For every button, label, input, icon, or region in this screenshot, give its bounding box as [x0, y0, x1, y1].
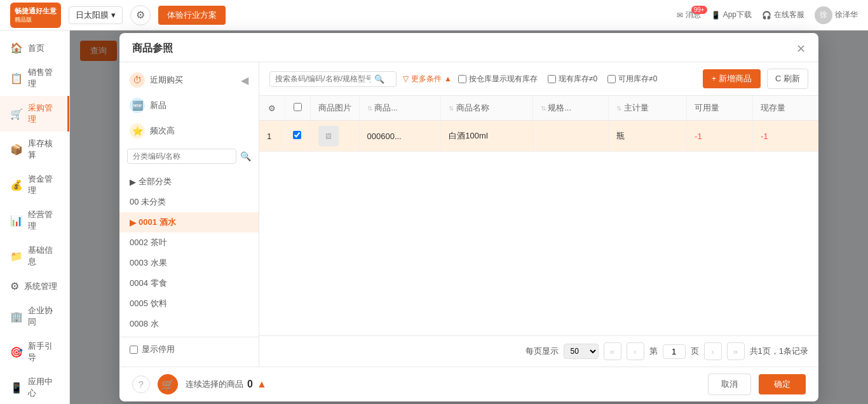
new-label: 新品 [150, 100, 166, 111]
category-0001[interactable]: ▶ 0001 酒水 [119, 212, 259, 232]
product-search-icon[interactable]: 🔍 [374, 74, 384, 84]
app-download-icon[interactable]: 📱 App下载 [711, 10, 752, 20]
show-disabled-checkbox[interactable] [130, 346, 138, 354]
messages-icon[interactable]: ✉ 消息 99+ [677, 10, 701, 20]
col-stock[interactable]: 现存量 [753, 96, 818, 121]
cart-count: 0 [247, 379, 253, 390]
per-page-select[interactable]: 50 10 20 100 [564, 344, 599, 359]
new-products-item[interactable]: 🆕 新品 [119, 93, 259, 118]
current-stock-check[interactable] [548, 75, 556, 83]
col-name[interactable]: ⇅ 商品名称 [441, 96, 532, 121]
sort-code-icon: ⇅ [367, 105, 372, 112]
prev-page-button[interactable]: ‹ [627, 342, 644, 360]
sidebar-item-apps[interactable]: 📱 应用中心 [0, 370, 69, 404]
sidebar-item-system-label: 系统管理 [24, 281, 57, 292]
category-0003[interactable]: 0003 水果 [119, 253, 259, 273]
user-avatar[interactable]: 徐 徐泽华 [815, 6, 858, 24]
page-input[interactable] [663, 344, 686, 359]
trial-button[interactable]: 体验行业方案 [158, 6, 226, 25]
category-all[interactable]: ▶ 全部分类 [119, 172, 259, 192]
warehouse-stock-check[interactable] [458, 75, 466, 83]
settings-icon[interactable]: ⚙ [130, 5, 151, 25]
row-img: 🖼 [310, 121, 359, 152]
dialog-close-button[interactable]: ✕ [796, 43, 806, 55]
first-page-button[interactable]: « [604, 342, 621, 360]
home-icon: 🏠 [10, 42, 23, 54]
dialog-body: ⏱ 近期购买 ◀ 🆕 新品 ⭐ 频次高 [119, 62, 818, 367]
col-gear[interactable]: ⚙ [259, 96, 285, 121]
last-page-button[interactable]: » [727, 342, 745, 360]
available-stock-checkbox[interactable]: 可用库存≠0 [607, 74, 657, 84]
product-table: ⚙ 商品图片 ⇅ [259, 96, 818, 152]
app-label: App下载 [723, 10, 752, 20]
search-bar: 🔍 [269, 71, 397, 87]
category-0002[interactable]: 0002 茶叶 [119, 232, 259, 253]
category-0002-label: 0002 茶叶 [130, 237, 167, 248]
col-unit[interactable]: ⇅ 主计量 [609, 96, 687, 121]
logo-text: 畅捷通好生意 [15, 6, 57, 16]
sidebar-item-system[interactable]: ⚙ 系统管理 [0, 274, 69, 299]
col-spec[interactable]: ⇅ 规格... [532, 96, 609, 121]
current-stock-checkbox[interactable]: 现有库存≠0 [548, 74, 597, 84]
sidebar-item-home[interactable]: 🏠 首页 [0, 36, 69, 60]
category-00[interactable]: 00 未分类 [119, 192, 259, 212]
sales-icon: 📋 [10, 72, 23, 84]
sidebar-item-operation[interactable]: 📊 经营管理 [0, 203, 69, 238]
recent-icon: ⏱ [130, 72, 145, 88]
row-check[interactable] [285, 121, 310, 152]
new-product-icon: 🆕 [130, 98, 145, 113]
category-search-input[interactable] [127, 149, 236, 164]
category-0008[interactable]: 0008 水 [119, 314, 259, 334]
sidebar: 🏠 首页 📋 销售管理 🛒 采购管理 📦 库存核算 💰 资金管理 📊 经营管理 … [0, 30, 70, 404]
category-0005-label: 0005 饮料 [130, 298, 167, 309]
sidebar-item-purchase[interactable]: 🛒 采购管理 [0, 96, 69, 131]
collapse-button[interactable]: ◀ [241, 74, 248, 86]
category-0005[interactable]: 0005 饮料 [119, 293, 259, 314]
right-panel: 🔍 ▽ 更多条件 ▲ 按仓库显示现有库存 [259, 62, 818, 367]
sidebar-item-finance[interactable]: 💰 资金管理 [0, 167, 69, 203]
confirm-button[interactable]: 确定 [759, 374, 806, 394]
page-label: 第 [649, 346, 658, 357]
company-selector[interactable]: 日太阳膜 ▾ [69, 6, 123, 24]
recent-purchases-item[interactable]: ⏱ 近期购买 ◀ [119, 67, 259, 93]
add-product-button[interactable]: + 新增商品 [703, 69, 761, 88]
more-filters-button[interactable]: ▽ 更多条件 ▲ [403, 74, 452, 84]
recent-label: 近期购买 [150, 74, 183, 86]
refresh-button[interactable]: C 刷新 [767, 69, 808, 89]
col-available[interactable]: 可用量 [687, 96, 753, 121]
product-thumbnail: 🖼 [318, 126, 339, 146]
row-unit: 瓶 [609, 121, 687, 152]
category-list: ▶ 全部分类 00 未分类 ▶ 0001 酒水 0002 茶 [119, 169, 259, 337]
available-stock-check[interactable] [607, 75, 616, 83]
category-0004[interactable]: 0004 零食 [119, 273, 259, 293]
cart-button[interactable]: 🛒 [158, 374, 178, 394]
row-spec [532, 121, 609, 152]
sidebar-item-guide[interactable]: 🎯 新手引导 [0, 334, 69, 370]
help-button[interactable]: ? [132, 375, 150, 393]
sidebar-item-enterprise[interactable]: 🏢 企业协同 [0, 299, 69, 334]
row-num: 1 [259, 121, 285, 152]
cancel-button[interactable]: 取消 [708, 374, 751, 395]
customer-service-icon[interactable]: 🎧 在线客服 [762, 10, 804, 20]
finance-icon: 💰 [10, 179, 23, 191]
footer-collapse-button[interactable]: ▲ [257, 379, 267, 390]
select-all-checkbox[interactable] [294, 103, 302, 111]
row-checkbox[interactable] [293, 131, 301, 139]
chevron-down-icon: ▾ [111, 10, 116, 20]
sidebar-item-base[interactable]: 📁 基础信息 [0, 238, 69, 274]
table-row[interactable]: 1 🖼 000600... 白酒100ml [259, 121, 818, 152]
dialog-footer: ? 🛒 连续选择的商品 0 ▲ 取消 确定 [119, 367, 818, 401]
category-search-row: 🔍 [119, 144, 259, 169]
row-available: -1 [687, 121, 753, 152]
category-0001-label: 0001 酒水 [139, 217, 176, 228]
sidebar-item-sales[interactable]: 📋 销售管理 [0, 60, 69, 96]
product-search-input[interactable] [275, 74, 370, 83]
sidebar-item-inventory[interactable]: 📦 库存核算 [0, 131, 69, 167]
sidebar-item-guide-label: 新手引导 [28, 340, 59, 363]
sidebar-item-apps-label: 应用中心 [28, 376, 59, 399]
frequent-item[interactable]: ⭐ 频次高 [119, 118, 259, 144]
warehouse-stock-checkbox[interactable]: 按仓库显示现有库存 [458, 74, 538, 84]
category-search-icon[interactable]: 🔍 [240, 151, 251, 161]
col-code[interactable]: ⇅ 商品... [359, 96, 441, 121]
next-page-button[interactable]: › [704, 342, 722, 360]
